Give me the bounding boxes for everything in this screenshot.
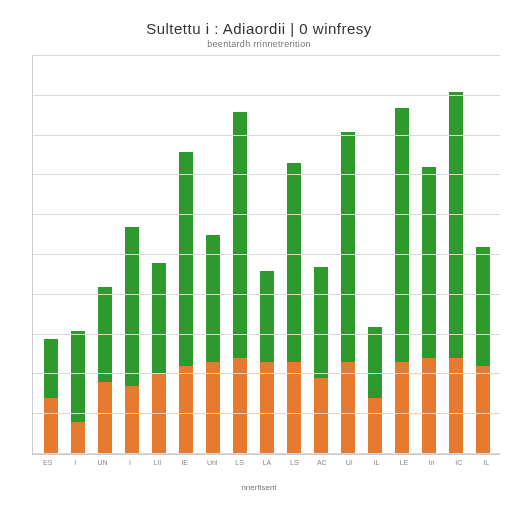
bar-segment-orange	[179, 366, 193, 454]
bars-group	[33, 56, 500, 454]
bar-segment-green	[368, 327, 382, 399]
x-tick-label: In	[424, 459, 438, 466]
bar-segment-green	[314, 267, 328, 378]
gridline	[33, 413, 500, 414]
chart-xlabel: nnerfisent	[18, 483, 500, 492]
x-tick-label: IC	[452, 459, 466, 466]
bar	[152, 263, 166, 454]
gridline	[33, 294, 500, 295]
chart-subtitle: beentardh rrinnetrerition	[18, 39, 500, 49]
bar-segment-green	[449, 92, 463, 359]
bar	[260, 271, 274, 454]
bar-segment-green	[71, 331, 85, 423]
bar-segment-green	[395, 108, 409, 363]
bar-segment-orange	[98, 382, 112, 454]
bar	[233, 112, 247, 454]
bar	[476, 247, 490, 454]
gridline	[33, 55, 500, 56]
bar	[449, 92, 463, 454]
bar-segment-green	[476, 247, 490, 366]
x-tick-label: LS	[233, 459, 247, 466]
bar-segment-orange	[368, 398, 382, 454]
x-tick-label: LE	[397, 459, 411, 466]
gridline	[33, 373, 500, 374]
bar	[71, 331, 85, 454]
bar	[125, 227, 139, 454]
x-tick-label: I	[68, 459, 82, 466]
bar-segment-orange	[260, 362, 274, 454]
bar-segment-green	[260, 271, 274, 363]
bar	[314, 267, 328, 454]
chart-container: Sultettu i : Adiaordii | 0 winfresy been…	[0, 0, 512, 512]
bar-segment-orange	[206, 362, 220, 454]
gridline	[33, 135, 500, 136]
bar	[395, 108, 409, 454]
gridline	[33, 214, 500, 215]
plot-area	[18, 55, 500, 455]
x-tick-label: LA	[260, 459, 274, 466]
bar-segment-green	[233, 112, 247, 359]
gridline	[33, 334, 500, 335]
x-tick-label: ES	[41, 459, 55, 466]
bar	[368, 327, 382, 454]
x-tick-label: LS	[287, 459, 301, 466]
x-tick-label: IE	[178, 459, 192, 466]
x-tick-label: Ui	[342, 459, 356, 466]
plot	[32, 55, 500, 455]
x-tick-label: LII	[150, 459, 164, 466]
bar-segment-green	[341, 132, 355, 363]
bar-segment-green	[152, 263, 166, 374]
bar	[287, 163, 301, 454]
chart-titles: Sultettu i : Adiaordii | 0 winfresy been…	[18, 20, 500, 49]
x-axis-ticks: ESIUNILIIIEUnlLSLALSACUiILLEInICIL	[18, 459, 500, 479]
bar-segment-orange	[152, 374, 166, 454]
y-axis-ticks	[18, 55, 32, 455]
bar	[206, 235, 220, 454]
gridline	[33, 174, 500, 175]
bar-segment-orange	[44, 398, 58, 454]
gridline	[33, 95, 500, 96]
bar-segment-green	[98, 287, 112, 383]
bar	[44, 339, 58, 454]
bar-segment-green	[125, 227, 139, 386]
x-tick-label: I	[123, 459, 137, 466]
gridline	[33, 453, 500, 454]
bar-segment-green	[287, 163, 301, 362]
bar-segment-orange	[341, 362, 355, 454]
x-tick-label: IL	[479, 459, 493, 466]
bar-segment-orange	[476, 366, 490, 454]
x-tick-label: IL	[370, 459, 384, 466]
gridline	[33, 254, 500, 255]
bar	[98, 287, 112, 454]
bar	[422, 167, 436, 454]
x-tick-label: Unl	[205, 459, 219, 466]
x-tick-label: UN	[96, 459, 110, 466]
bar-segment-orange	[395, 362, 409, 454]
bar	[179, 152, 193, 454]
bar-segment-green	[44, 339, 58, 399]
bar-segment-orange	[125, 386, 139, 454]
bar-segment-orange	[71, 422, 85, 454]
bar-segment-orange	[314, 378, 328, 454]
x-tick-label: AC	[315, 459, 329, 466]
bar-segment-green	[422, 167, 436, 358]
bar-segment-orange	[287, 362, 301, 454]
bar	[341, 132, 355, 454]
chart-title: Sultettu i : Adiaordii | 0 winfresy	[18, 20, 500, 37]
